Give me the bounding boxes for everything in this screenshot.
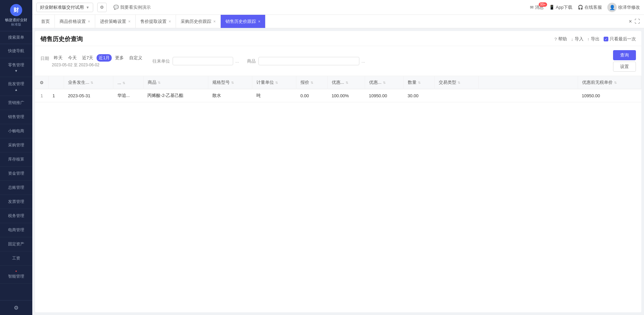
goods-dots-button[interactable]: ...: [361, 59, 365, 64]
tab-label: 首页: [41, 19, 50, 25]
tab-purchase-strategy[interactable]: 进价策略设置 ×: [95, 15, 136, 28]
topbar: 好业财标准版交付试用 ▼ ⚙ 💬 我要看实例演示 ✉ 消息 99+ 📱 App下…: [32, 0, 644, 15]
col-discount-pct[interactable]: 优惠...⇅: [327, 76, 365, 89]
avatar: 👤: [607, 3, 617, 12]
col-settings[interactable]: ⚙: [35, 76, 48, 89]
sidebar-item-invoice[interactable]: 发票管理: [0, 195, 32, 209]
tab-close-icon[interactable]: ×: [128, 20, 131, 24]
tab-close-icon[interactable]: ×: [213, 20, 216, 24]
col-more[interactable]: ...⇅: [113, 76, 144, 89]
cell-biz-date: 2023-05-31: [64, 89, 113, 102]
sidebar-search[interactable]: 搜索菜单: [0, 31, 32, 44]
maximize-window-button[interactable]: ⛶: [635, 19, 640, 25]
sidebar-item-fixed-assets[interactable]: 固定资产: [0, 237, 32, 251]
tab-sales-history[interactable]: 销售历史价跟踪 ×: [221, 15, 265, 28]
version-select[interactable]: 好业财标准版交付试用 ▼: [36, 3, 93, 12]
date-opt-more[interactable]: 更多: [113, 54, 126, 62]
headset-icon: 🎧: [578, 5, 583, 10]
version-select-label: 好业财标准版交付试用: [40, 4, 84, 10]
goods-filter-label: 商品: [247, 58, 256, 64]
col-discount-amt[interactable]: 优惠...⇅: [365, 76, 403, 89]
sidebar-item-label: 采购管理: [8, 142, 24, 148]
col-qty[interactable]: 数量⇅: [403, 76, 435, 89]
user-name: 徐泽华修改: [618, 4, 640, 10]
sidebar-item-marketing[interactable]: 营销推广: [0, 96, 32, 110]
sidebar-item-label: 总账管理: [8, 185, 24, 190]
tab-price-settings[interactable]: 商品价格设置 ×: [55, 15, 95, 28]
tab-label: 售价提取设置: [140, 19, 167, 25]
goods-input[interactable]: [258, 57, 359, 65]
cell-trade-type: [435, 89, 479, 102]
col-biz-date[interactable]: 业务发生...⇅: [64, 76, 113, 89]
app-download-button[interactable]: 📱 App下载: [549, 4, 572, 10]
tab-close-icon[interactable]: ×: [258, 20, 260, 24]
help-button[interactable]: ? 帮助: [554, 36, 567, 42]
date-opt-yesterday[interactable]: 昨天: [52, 54, 65, 62]
close-window-button[interactable]: ×: [629, 19, 632, 25]
tab-home[interactable]: 首页: [36, 15, 55, 28]
col-trade-type[interactable]: 交易类型⇅: [435, 76, 479, 89]
table-row[interactable]: 1 1 2023-05-31 华追... 丙烯酸-2-乙基己酯 散水 吨 0.0…: [35, 89, 641, 102]
window-controls: × ⛶: [629, 19, 640, 25]
sidebar-item-label: 零售管理: [8, 62, 24, 68]
tab-close-icon[interactable]: ×: [88, 20, 90, 24]
sidebar-item-label: 智能管理: [8, 274, 24, 279]
sidebar-item-tax[interactable]: 税务管理: [0, 209, 32, 223]
sidebar-logo[interactable]: 财 畅捷通好业财 标准版: [0, 0, 32, 31]
cell-unit: 吨: [252, 89, 296, 102]
source-unit-dots-button[interactable]: ...: [235, 59, 239, 64]
source-unit-filter-group: 往来单位 ...: [152, 57, 239, 65]
date-filter-group: 日期 昨天 今天 近7天 近1月 更多 自定义 2023-05-02 至 202…: [40, 54, 144, 68]
export-button[interactable]: ↑ 导出: [587, 36, 600, 42]
date-opt-1month[interactable]: 近1月: [97, 54, 112, 62]
export-label: 导出: [591, 36, 600, 42]
col-price[interactable]: 报价⇅: [296, 76, 328, 89]
tab-purchase-history[interactable]: 采购历史价跟踪 ×: [176, 15, 221, 28]
source-unit-input[interactable]: [173, 57, 233, 65]
import-button[interactable]: ↓ 导入: [571, 36, 583, 42]
sidebar-item-retail[interactable]: 零售管理 ▼: [0, 58, 32, 77]
col-pretax-price[interactable]: 优惠前无税单价⇅: [578, 76, 641, 89]
sidebar-item-wholesale[interactable]: 批发管理 ▲: [0, 77, 32, 96]
sidebar-item-finance[interactable]: 资金管理: [0, 167, 32, 181]
sidebar-item-payroll[interactable]: 工资: [0, 251, 32, 266]
col-spec[interactable]: 规格型号⇅: [208, 76, 252, 89]
sidebar-item-quick-nav[interactable]: 快捷导航: [0, 44, 32, 58]
sidebar-item-label: 发票管理: [8, 199, 24, 205]
topbar-settings-button[interactable]: ⚙: [97, 3, 107, 12]
cell-spacer: [479, 89, 578, 102]
sidebar-item-ecommerce[interactable]: 电商管理: [0, 223, 32, 237]
sidebar-item-smart[interactable]: ● 智能管理: [0, 266, 32, 284]
sidebar-item-label: 工资: [12, 255, 20, 261]
cell-discount-pct: 100.00%: [327, 89, 365, 102]
settings-button[interactable]: 设置: [613, 62, 636, 72]
sidebar-item-ecommerce-small[interactable]: 小畅电商: [0, 124, 32, 138]
sidebar-item-label: 固定资产: [8, 241, 24, 247]
cell-more: 华追...: [113, 89, 144, 102]
date-opt-7days[interactable]: 近7天: [80, 54, 95, 62]
query-button[interactable]: 查询: [613, 50, 636, 60]
sidebar-settings-button[interactable]: ⚙: [0, 300, 32, 315]
data-table: ⚙ 业务发生...⇅ ...⇅ 商品⇅ 规格型号⇅ 计量单位⇅ 报价⇅ 优惠..…: [35, 76, 641, 102]
sidebar-item-label: 电商管理: [8, 227, 24, 233]
user-menu[interactable]: 👤 徐泽华修改: [607, 3, 640, 12]
tab-label: 商品价格设置: [60, 19, 86, 25]
sidebar-item-general-ledger[interactable]: 总账管理: [0, 181, 32, 195]
col-unit[interactable]: 计量单位⇅: [252, 76, 296, 89]
message-button[interactable]: ✉ 消息 99+: [530, 4, 544, 10]
tab-label: 采购历史价跟踪: [181, 19, 211, 25]
date-opt-today[interactable]: 今天: [66, 54, 79, 62]
tab-price-extract[interactable]: 售价提取设置 ×: [136, 15, 176, 28]
online-service-button[interactable]: 🎧 在线客服: [578, 4, 602, 10]
tab-close-icon[interactable]: ×: [169, 20, 171, 24]
col-goods[interactable]: 商品⇅: [143, 76, 208, 89]
sidebar-item-label: 资金管理: [8, 171, 24, 176]
sidebar-item-sales[interactable]: 销售管理: [0, 110, 32, 124]
only-last-checkbox[interactable]: ✓ 只看最后一次: [604, 36, 636, 42]
date-opt-custom[interactable]: 自定义: [127, 54, 144, 62]
sidebar-item-purchase[interactable]: 采购管理: [0, 138, 32, 152]
source-unit-label: 往来单位: [152, 58, 170, 64]
demo-button[interactable]: 💬 我要看实例演示: [113, 4, 151, 10]
filter-actions: 查询 设置: [613, 50, 636, 72]
sidebar-item-inventory[interactable]: 库存核算: [0, 152, 32, 167]
